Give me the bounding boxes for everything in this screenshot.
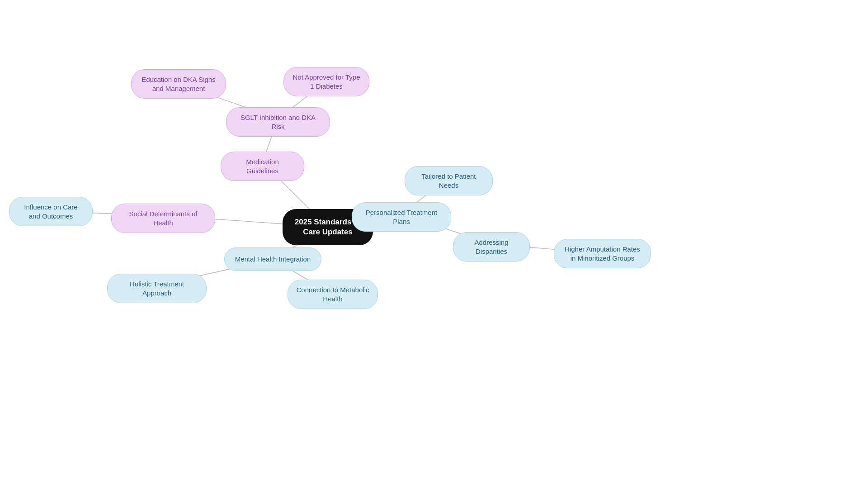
connections-svg	[0, 0, 868, 490]
node-not-approved[interactable]: Not Approved for Type 1 Diabetes	[283, 67, 369, 96]
node-education-dka[interactable]: Education on DKA Signs and Management	[131, 69, 226, 99]
node-connection-metabolic[interactable]: Connection to Metabolic Health	[288, 280, 378, 309]
node-holistic-treatment[interactable]: Holistic Treatment Approach	[107, 274, 207, 303]
node-tailored-patient[interactable]: Tailored to Patient Needs	[405, 166, 493, 195]
node-influence-care[interactable]: Influence on Care and Outcomes	[9, 197, 93, 226]
mindmap-container: 2025 Standards of Care UpdatesEducation …	[0, 0, 868, 490]
node-addressing-disparities[interactable]: Addressing Disparities	[453, 232, 530, 262]
node-higher-amputation[interactable]: Higher Amputation Rates in Minoritized G…	[554, 239, 651, 268]
node-mental-health[interactable]: Mental Health Integration	[224, 247, 321, 271]
node-medication-guidelines[interactable]: Medication Guidelines	[221, 152, 304, 181]
node-sglt-dka[interactable]: SGLT Inhibition and DKA Risk	[226, 107, 330, 137]
node-personalized-treatment[interactable]: Personalized Treatment Plans	[352, 202, 451, 232]
node-social-determinants[interactable]: Social Determinants of Health	[111, 204, 215, 233]
